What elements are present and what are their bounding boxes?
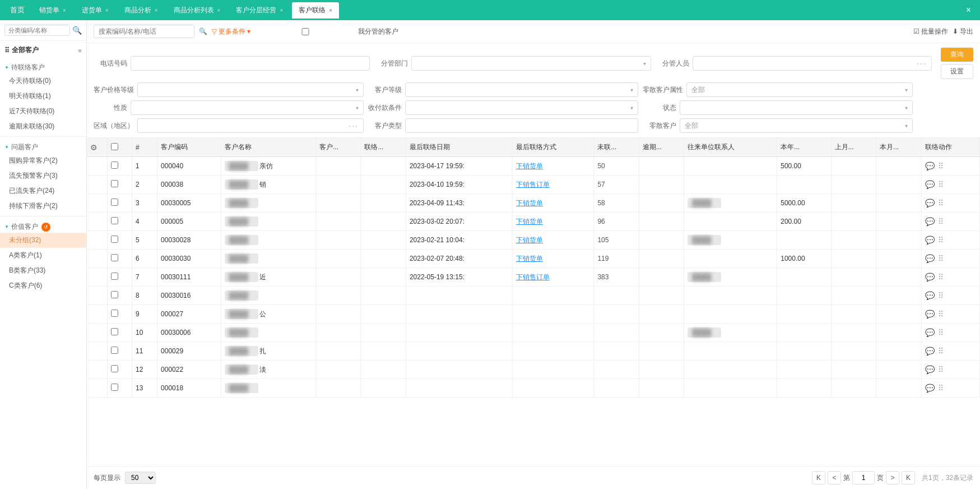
message-icon[interactable]: 💬 xyxy=(925,273,935,282)
grid-action-icon[interactable]: ⠿ xyxy=(938,365,944,374)
grid-action-icon[interactable]: ⠿ xyxy=(938,347,944,356)
checkbox-cell[interactable] xyxy=(107,361,132,379)
type-col-header[interactable]: 客户... xyxy=(316,138,361,157)
search-input[interactable] xyxy=(94,25,194,38)
checkbox-cell[interactable] xyxy=(107,176,132,194)
row-checkbox[interactable] xyxy=(111,162,118,169)
sidebar-item-declining[interactable]: 持续下滑客户(2) xyxy=(0,199,86,214)
tab-sales[interactable]: 销货单 × xyxy=(32,2,73,19)
export-link[interactable]: ⬇ 导出 xyxy=(953,27,973,36)
grid-action-icon[interactable]: ⠿ xyxy=(938,199,944,207)
overdue-col-header[interactable]: 逾期... xyxy=(639,138,684,157)
message-icon[interactable]: 💬 xyxy=(925,310,935,319)
message-icon[interactable]: 💬 xyxy=(925,328,935,337)
row-checkbox[interactable] xyxy=(111,328,118,335)
sidebar-item-c-class[interactable]: C类客户(6) xyxy=(0,278,86,293)
row-checkbox[interactable] xyxy=(111,217,118,224)
last-month-col-header[interactable]: 上月... xyxy=(831,138,876,157)
grid-action-icon[interactable]: ⠿ xyxy=(938,273,944,282)
contact-method-link[interactable]: 下销售订单 xyxy=(516,181,550,188)
close-sales-tab[interactable]: × xyxy=(63,7,66,13)
row-checkbox[interactable] xyxy=(111,347,118,354)
payment-select[interactable]: ▾ xyxy=(405,100,638,115)
sidebar-item-a-class[interactable]: A类客户(1) xyxy=(0,248,86,263)
customer-level-select[interactable]: ▾ xyxy=(405,82,638,97)
message-icon[interactable]: 💬 xyxy=(925,236,935,245)
last-page-button[interactable]: K xyxy=(902,471,915,485)
sidebar-item-hoarding[interactable]: 囤购异常客户(2) xyxy=(0,153,86,168)
close-purchase-tab[interactable]: × xyxy=(105,7,109,13)
checkbox-col-header[interactable] xyxy=(107,138,132,157)
more-conditions-button[interactable]: ▽ 更多条件 ▾ xyxy=(212,27,250,36)
close-analysis-list-tab[interactable]: × xyxy=(217,7,221,13)
grid-action-icon[interactable]: ⠿ xyxy=(938,180,944,189)
sidebar-item-overdue-pending[interactable]: 逾期未联络(30) xyxy=(0,119,86,134)
row-checkbox[interactable] xyxy=(111,273,118,280)
customer-type-select[interactable] xyxy=(405,118,638,133)
nav-home[interactable]: 首页 xyxy=(4,2,30,19)
message-icon[interactable]: 💬 xyxy=(925,217,935,226)
row-checkbox[interactable] xyxy=(111,365,118,372)
tab-customer-segment[interactable]: 客户分层经营 × xyxy=(229,2,290,19)
checkbox-cell[interactable] xyxy=(107,268,132,287)
first-page-button[interactable]: K xyxy=(812,471,825,485)
contact-method-link[interactable]: 下销货单 xyxy=(516,255,543,262)
this-month-col-header[interactable]: 本月... xyxy=(876,138,921,157)
nature-select[interactable]: ▾ xyxy=(131,100,364,115)
this-year-col-header[interactable]: 本年... xyxy=(777,138,831,157)
grid-action-icon[interactable]: ⠿ xyxy=(938,291,944,300)
row-checkbox[interactable] xyxy=(111,254,118,261)
region-select[interactable]: ··· xyxy=(137,118,364,133)
row-checkbox[interactable] xyxy=(111,291,118,298)
checkbox-cell[interactable] xyxy=(107,287,132,305)
last-contact-method-col-header[interactable]: 最后联络方式 xyxy=(512,138,593,157)
phone-input[interactable] xyxy=(131,56,370,71)
sidebar-item-today-pending[interactable]: 今天待联络(0) xyxy=(0,73,86,89)
price-level-select[interactable]: ▾ xyxy=(137,82,364,97)
message-icon[interactable]: 💬 xyxy=(925,384,935,393)
dept-select[interactable]: ▾ xyxy=(411,56,651,71)
sidebar-item-ungroup[interactable]: 未分组(32) xyxy=(0,233,86,248)
grid-action-icon[interactable]: ⠿ xyxy=(938,236,944,245)
checkbox-cell[interactable] xyxy=(107,324,132,342)
unit-contact-col-header[interactable]: 往来单位联系人 xyxy=(684,138,777,157)
checkbox-cell[interactable] xyxy=(107,379,132,398)
contact-method-link[interactable]: 下销货单 xyxy=(516,218,543,225)
grid-action-icon[interactable]: ⠿ xyxy=(938,384,944,393)
contact-method-link[interactable]: 下销货单 xyxy=(516,162,543,170)
no-contact-col-header[interactable]: 未联... xyxy=(594,138,639,157)
settings-icon[interactable]: ⚙ xyxy=(90,143,97,152)
sidebar-group-pending[interactable]: ▼ 待联络客户 xyxy=(0,59,86,73)
checkbox-cell[interactable] xyxy=(107,231,132,250)
person-select[interactable]: ··· xyxy=(693,56,932,71)
select-all-checkbox[interactable] xyxy=(111,143,118,150)
grid-action-icon[interactable]: ⠿ xyxy=(938,162,944,170)
message-icon[interactable]: 💬 xyxy=(925,347,935,356)
message-icon[interactable]: 💬 xyxy=(925,199,935,207)
message-icon[interactable]: 💬 xyxy=(925,291,935,300)
tab-analysis[interactable]: 商品分析 × xyxy=(118,2,165,19)
checkbox-cell[interactable] xyxy=(107,194,132,213)
contact-col-header[interactable]: 联络... xyxy=(361,138,406,157)
status-select[interactable]: ▾ xyxy=(680,100,913,115)
message-icon[interactable]: 💬 xyxy=(925,180,935,189)
contact-method-link[interactable]: 下销售订单 xyxy=(516,273,550,281)
grid-action-icon[interactable]: ⠿ xyxy=(938,217,944,226)
prev-page-button[interactable]: < xyxy=(828,471,841,485)
contact-method-link[interactable]: 下销货单 xyxy=(516,199,543,207)
message-icon[interactable]: 💬 xyxy=(925,254,935,263)
my-customers-checkbox-label[interactable]: 我分管的客户 xyxy=(255,27,398,36)
close-analysis-tab[interactable]: × xyxy=(155,7,158,13)
grid-action-icon[interactable]: ⠿ xyxy=(938,328,944,337)
grid-action-icon[interactable]: ⠿ xyxy=(938,254,944,263)
page-number-input[interactable] xyxy=(852,471,875,485)
last-contact-date-col-header[interactable]: 最后联络日期 xyxy=(406,138,512,157)
window-close-button[interactable]: × xyxy=(962,5,976,15)
name-col-header[interactable]: 客户名称 xyxy=(221,138,315,157)
search-btn[interactable]: 查询 xyxy=(941,48,973,62)
tab-purchase[interactable]: 进货单 × xyxy=(75,2,115,19)
sidebar-group-problem[interactable]: ▼ 问题客户 xyxy=(0,139,86,153)
my-customers-checkbox[interactable] xyxy=(255,28,356,35)
scatter-customer-select[interactable]: 全部 ▾ xyxy=(680,118,913,133)
row-checkbox[interactable] xyxy=(111,384,118,391)
